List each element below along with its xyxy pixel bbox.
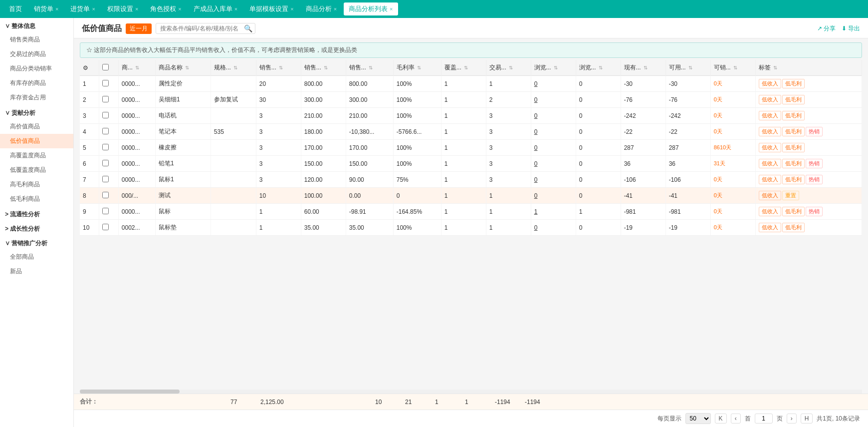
sidebar-item-高覆盖度商品[interactable]: 高覆盖度商品 xyxy=(0,148,73,163)
row-checkbox[interactable] xyxy=(102,192,109,198)
th-code[interactable]: 商... ⇅ xyxy=(118,60,155,76)
share-button[interactable]: ↗ 分享 xyxy=(817,24,836,33)
th-stock1[interactable]: 现有... ⇅ xyxy=(621,60,665,76)
row-checkbox[interactable] xyxy=(102,160,109,166)
th-sale1[interactable]: 销售... ⇅ xyxy=(256,60,301,76)
sidebar-item-低毛利商品[interactable]: 低毛利商品 xyxy=(0,192,73,206)
th-stock2[interactable]: 可用... ⇅ xyxy=(665,60,710,76)
th-trade[interactable]: 交易... ⇅ xyxy=(486,60,531,76)
page-size-select[interactable]: 50 100 200 xyxy=(685,413,711,424)
nav-close-icon[interactable]: × xyxy=(290,6,293,12)
row-checkbox[interactable] xyxy=(102,128,109,134)
th-cover[interactable]: 覆盖... ⇅ xyxy=(441,60,486,76)
sidebar-item-新品[interactable]: 新品 xyxy=(0,264,73,279)
sidebar-group-∨ 整体信息[interactable]: ∨ 整体信息 xyxy=(0,18,73,32)
sidebar-item-高毛利商品[interactable]: 高毛利商品 xyxy=(0,177,73,192)
nav-item-单据模板设置[interactable]: 单据模板设置× xyxy=(244,2,298,15)
last-page-button[interactable]: H xyxy=(801,414,813,424)
header-left: 低价值商品 近一月 🔍 xyxy=(82,23,255,34)
sidebar-group-> 流通性分析[interactable]: > 流通性分析 xyxy=(0,206,73,221)
cell-qty: 30 xyxy=(256,92,301,108)
cell-sale2: 300.00 xyxy=(346,92,393,108)
tag-badge: 低收入 xyxy=(759,175,781,184)
cell-stock1: -76 xyxy=(621,92,665,108)
tag-badge: 热销 xyxy=(806,127,823,136)
sidebar-item-有库存的商品[interactable]: 有库存的商品 xyxy=(0,76,73,90)
cell-sale1: 35.00 xyxy=(301,220,346,236)
th-sale3[interactable]: 销售... ⇅ xyxy=(346,60,393,76)
row-checkbox[interactable] xyxy=(102,176,109,182)
nav-item-权限设置[interactable]: 权限设置× xyxy=(102,2,143,15)
th-checkbox[interactable] xyxy=(99,60,119,76)
search-icon[interactable]: 🔍 xyxy=(244,24,252,32)
th-tags[interactable]: 标签 ⇅ xyxy=(755,60,862,76)
cell-checkbox[interactable] xyxy=(99,204,119,220)
select-all-checkbox[interactable] xyxy=(102,64,109,70)
nav-item-角色授权[interactable]: 角色授权× xyxy=(145,2,186,15)
nav-close-icon[interactable]: × xyxy=(92,6,95,12)
cell-checkbox[interactable] xyxy=(99,220,119,236)
nav-item-销货单[interactable]: 销货单× xyxy=(29,2,63,15)
sidebar-item-高价值商品[interactable]: 高价值商品 xyxy=(0,119,73,134)
th-margin[interactable]: 毛利率 ⇅ xyxy=(393,60,441,76)
sidebar-item-全部商品[interactable]: 全部商品 xyxy=(0,250,73,264)
nav-item-商品分析[interactable]: 商品分析× xyxy=(301,2,342,15)
date-range-button[interactable]: 近一月 xyxy=(126,23,152,34)
sidebar-item-销售类商品[interactable]: 销售类商品 xyxy=(0,32,73,47)
sidebar-group-∨ 营销推广分析[interactable]: ∨ 营销推广分析 xyxy=(0,235,73,250)
row-checkbox[interactable] xyxy=(102,208,109,214)
nav-item-产成品入库单[interactable]: 产成品入库单× xyxy=(189,2,242,15)
sidebar-item-库存资金占用[interactable]: 库存资金占用 xyxy=(0,90,73,105)
row-checkbox[interactable] xyxy=(102,224,109,230)
cell-no: 4 xyxy=(80,124,99,140)
row-checkbox[interactable] xyxy=(102,96,109,102)
sidebar-group-∨ 贡献分析[interactable]: ∨ 贡献分析 xyxy=(0,105,73,119)
table-wrap[interactable]: ⚙ 商... ⇅ 商品名称 ⇅ 规格... ⇅ 销售... ⇅ 销售... ⇅ … xyxy=(80,60,862,390)
cell-code: 0000... xyxy=(118,156,155,172)
export-button[interactable]: ⬇ 导出 xyxy=(842,24,860,33)
footer-qty: 77 xyxy=(227,399,257,406)
next-page-button[interactable]: › xyxy=(787,414,797,424)
nav-item-进货单[interactable]: 进货单× xyxy=(65,2,100,15)
th-settings[interactable]: ⚙ xyxy=(80,60,99,76)
nav-close-icon[interactable]: × xyxy=(334,6,337,12)
nav-close-icon[interactable]: × xyxy=(234,6,237,12)
nav-close-icon[interactable]: × xyxy=(390,6,393,12)
row-checkbox[interactable] xyxy=(102,112,109,118)
th-browse1[interactable]: 浏览... ⇅ xyxy=(531,60,576,76)
cell-checkbox[interactable] xyxy=(99,76,119,92)
search-input[interactable] xyxy=(156,23,255,34)
th-spec[interactable]: 规格... ⇅ xyxy=(211,60,256,76)
nav-close-icon[interactable]: × xyxy=(178,6,181,12)
nav-item-商品分析列表[interactable]: 商品分析列表× xyxy=(344,2,398,15)
nav-close-icon[interactable]: × xyxy=(55,6,58,12)
first-page-button[interactable]: K xyxy=(715,414,727,424)
cell-checkbox[interactable] xyxy=(99,140,119,156)
tag-badge: 热销 xyxy=(806,175,823,184)
cell-checkbox[interactable] xyxy=(99,188,119,204)
prev-page-button[interactable]: ‹ xyxy=(731,414,741,424)
sidebar-item-低覆盖度商品[interactable]: 低覆盖度商品 xyxy=(0,163,73,177)
row-checkbox[interactable] xyxy=(102,144,109,150)
cell-stock1: -242 xyxy=(621,108,665,124)
horizontal-scrollbar[interactable] xyxy=(80,390,862,394)
nav-close-icon[interactable]: × xyxy=(135,6,138,12)
cell-checkbox[interactable] xyxy=(99,156,119,172)
th-stock3[interactable]: 可销... ⇅ xyxy=(710,60,755,76)
sidebar-group-> 成长性分析[interactable]: > 成长性分析 xyxy=(0,221,73,235)
row-checkbox[interactable] xyxy=(102,80,109,86)
cell-checkbox[interactable] xyxy=(99,124,119,140)
th-name[interactable]: 商品名称 ⇅ xyxy=(155,60,211,76)
th-browse2[interactable]: 浏览... ⇅ xyxy=(576,60,621,76)
sidebar-item-低价值商品[interactable]: 低价值商品 xyxy=(0,134,73,148)
cell-checkbox[interactable] xyxy=(99,92,119,108)
scrollbar-thumb[interactable] xyxy=(80,390,180,394)
sidebar-item-交易过的商品[interactable]: 交易过的商品 xyxy=(0,47,73,61)
cell-checkbox[interactable] xyxy=(99,172,119,188)
th-sale2[interactable]: 销售... ⇅ xyxy=(301,60,346,76)
sidebar-item-商品分类动销率[interactable]: 商品分类动销率 xyxy=(0,61,73,76)
cell-checkbox[interactable] xyxy=(99,108,119,124)
page-number-input[interactable] xyxy=(755,414,773,424)
nav-item-首页[interactable]: 首页 xyxy=(4,2,27,15)
cell-no: 8 xyxy=(80,188,99,204)
